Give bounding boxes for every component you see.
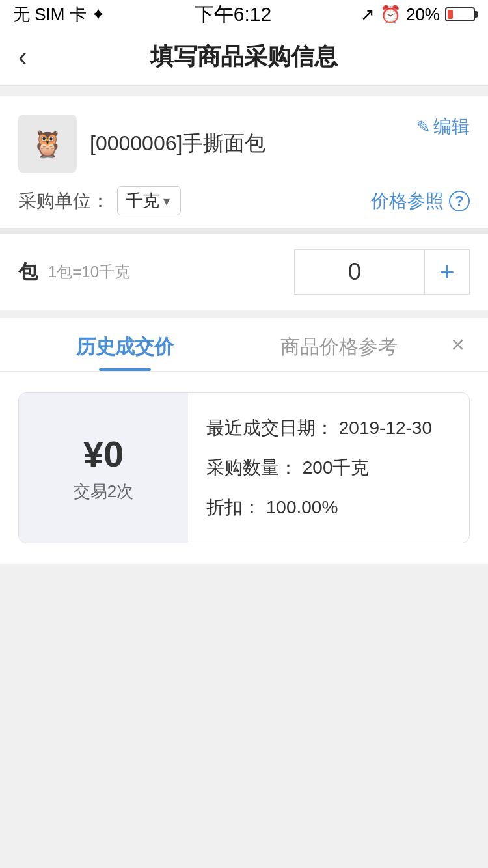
unit-label: 采购单位：	[18, 189, 109, 213]
unit-select[interactable]: 千克 ▾	[117, 186, 181, 215]
divider	[0, 228, 488, 234]
battery-pct: 20%	[406, 5, 440, 25]
tabs: 历史成交价 商品价格参考 ×	[0, 318, 488, 372]
tab-product-price-ref[interactable]: 商品价格参考	[232, 318, 445, 371]
product-image-icon: 🦉	[31, 129, 64, 159]
status-left: 无 SIM 卡 ✦	[13, 3, 105, 26]
battery-icon	[445, 7, 475, 21]
price-ref-label: 价格参照	[371, 189, 444, 213]
unit-equiv: 1包=10千克	[48, 262, 130, 282]
history-trades-count: 交易2次	[74, 480, 133, 503]
quantity-plus-button[interactable]: +	[424, 249, 470, 295]
tab-section: 历史成交价 商品价格参考 × ¥0 交易2次 最近成交日期： 2019-12-3…	[0, 318, 488, 564]
edit-label: 编辑	[433, 115, 470, 139]
unit-badge: 包	[18, 259, 38, 286]
price-ref-button[interactable]: 价格参照 ?	[371, 189, 470, 213]
card-content: ¥0 交易2次 最近成交日期： 2019-12-30 采购数量： 200千克 折…	[0, 372, 488, 564]
recent-date-label: 最近成交日期：	[206, 418, 334, 438]
product-left: 🦉 [0000006]手撕面包	[18, 115, 265, 173]
tab-history-price[interactable]: 历史成交价	[18, 318, 232, 371]
status-right: ↗ ⏰ 20%	[360, 5, 475, 25]
quantity-row: 包 1包=10千克 +	[0, 234, 488, 310]
history-price-value: ¥0	[83, 433, 124, 475]
qty-label: 采购数量：	[206, 457, 297, 478]
product-bottom: 采购单位： 千克 ▾ 价格参照 ?	[18, 186, 470, 215]
product-thumbnail: 🦉	[18, 115, 77, 173]
recent-date-value: 2019-12-30	[339, 418, 432, 438]
quantity-left: 包 1包=10千克	[18, 259, 130, 286]
edit-icon: ✎	[416, 117, 431, 137]
product-top: 🦉 [0000006]手撕面包 ✎ 编辑	[18, 115, 470, 173]
sim-label: 无 SIM 卡 ✦	[13, 3, 105, 26]
location-icon: ↗	[360, 5, 375, 25]
unit-row: 采购单位： 千克 ▾	[18, 186, 181, 215]
history-card: ¥0 交易2次 最近成交日期： 2019-12-30 采购数量： 200千克 折…	[18, 392, 470, 543]
product-card: 🦉 [0000006]手撕面包 ✎ 编辑 采购单位： 千克 ▾ 价格参照 ?	[0, 96, 488, 228]
tab-close-button[interactable]: ×	[446, 326, 470, 364]
chevron-down-icon: ▾	[163, 193, 170, 209]
history-details: 最近成交日期： 2019-12-30 采购数量： 200千克 折扣： 100.0…	[188, 393, 469, 543]
back-button[interactable]: ‹	[18, 42, 27, 72]
page-title: 填写商品采购信息	[150, 41, 338, 73]
history-price-area: ¥0 交易2次	[19, 393, 188, 543]
help-icon: ?	[449, 191, 470, 211]
qty-value: 200千克	[303, 457, 370, 478]
recent-date-row: 最近成交日期： 2019-12-30	[206, 414, 451, 443]
edit-button[interactable]: ✎ 编辑	[416, 115, 470, 139]
status-bar: 无 SIM 卡 ✦ 下午6:12 ↗ ⏰ 20%	[0, 0, 488, 29]
discount-value: 100.00%	[266, 497, 338, 517]
discount-label: 折扣：	[206, 497, 261, 517]
header: ‹ 填写商品采购信息	[0, 29, 488, 86]
quantity-right: +	[294, 249, 470, 295]
product-name: [0000006]手撕面包	[90, 129, 265, 158]
qty-row: 采购数量： 200千克	[206, 454, 451, 483]
alarm-icon: ⏰	[380, 5, 401, 25]
status-time: 下午6:12	[195, 1, 271, 28]
unit-value: 千克	[126, 189, 159, 212]
discount-row: 折扣： 100.00%	[206, 493, 451, 522]
quantity-input[interactable]	[294, 249, 424, 295]
